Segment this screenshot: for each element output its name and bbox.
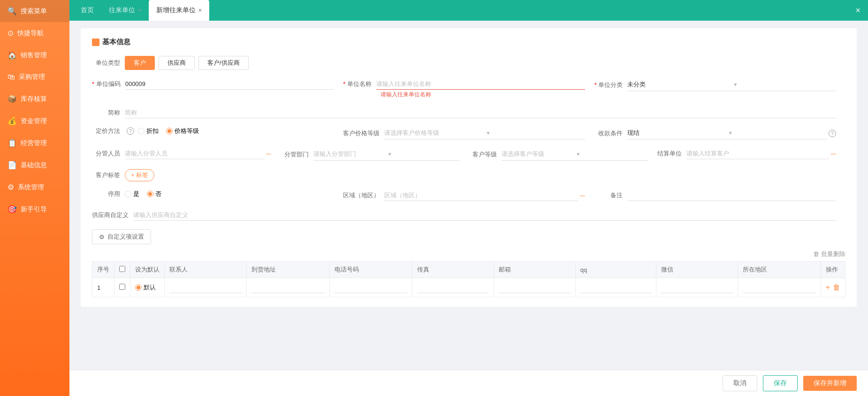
custom-settings-button[interactable]: ⚙ 自定义项设置 — [92, 229, 151, 244]
sidebar-item-label: 经营管理 — [21, 139, 47, 148]
fax-input[interactable] — [417, 282, 489, 293]
col-address: 到货地址 — [247, 262, 330, 278]
row-email[interactable] — [494, 278, 576, 297]
phone-input[interactable] — [335, 282, 408, 293]
nav-icon: ⊙ — [8, 29, 14, 38]
dept-arrow-icon: ▼ — [387, 151, 459, 157]
row-default-radio[interactable]: 默认 — [135, 283, 160, 292]
disabled-no[interactable]: 否 — [147, 190, 161, 198]
tab-home[interactable]: 首页 — [73, 0, 101, 21]
row-check — [114, 278, 130, 297]
sidebar-item-quick-nav[interactable]: ⊙ 快捷导航 — [0, 22, 69, 44]
disabled-radio-group: 是 否 — [125, 190, 161, 198]
tag-field: 客户标签 + 标签 — [92, 169, 845, 181]
sidebar-item-inventory[interactable]: 📦 库存核算 — [0, 88, 69, 110]
col-check — [114, 262, 130, 278]
trash-icon: 🗑 — [813, 250, 819, 257]
unit-info-row: 单位编码 单位名称 请输入往来单位名称 单位分类 未分类 ▼ — [92, 78, 845, 99]
yes-label: 是 — [133, 190, 139, 198]
payment-terms-select[interactable]: 现结 ▼ — [627, 127, 827, 140]
manager-input[interactable] — [125, 148, 264, 159]
pricing-radio-price-level[interactable]: 价格等级 — [166, 127, 199, 135]
customer-price-select[interactable]: 请选择客户价格等级 ▼ — [384, 127, 585, 140]
unit-category-label: 单位分类 — [594, 81, 628, 89]
tab-new-partner[interactable]: 新增往来单位 × — [149, 0, 209, 21]
settlement-unit-label: 结算单位 — [657, 149, 686, 158]
sidebar-item-sales[interactable]: 🏠 销售管理 — [0, 44, 69, 66]
remark-input[interactable] — [627, 190, 836, 201]
wechat-input[interactable] — [661, 282, 733, 293]
sidebar-item-basic[interactable]: 📄 基础信息 — [0, 154, 69, 176]
row-fax[interactable] — [412, 278, 494, 297]
save-button[interactable]: 保存 — [763, 375, 798, 391]
unit-category-arrow-icon: ▼ — [733, 82, 836, 87]
sidebar-item-purchase[interactable]: 🛍 采购管理 — [0, 66, 69, 88]
payment-hint-icon[interactable]: ? — [829, 130, 836, 137]
unit-category-select[interactable]: 未分类 ▼ — [627, 78, 836, 91]
disabled-yes[interactable]: 是 — [125, 190, 139, 198]
manager-more-icon[interactable]: ··· — [266, 150, 271, 157]
settlement-more-icon[interactable]: ··· — [831, 150, 836, 157]
row-checkbox[interactable] — [119, 284, 125, 290]
house-icon: 🏠 — [8, 51, 17, 60]
unit-type-btn-customer[interactable]: 客户 — [125, 56, 155, 70]
col-phone: 电话号码 — [329, 262, 412, 278]
tab-close-new-partner[interactable]: × — [198, 7, 202, 14]
email-input[interactable] — [499, 282, 571, 293]
row-action-group: + 🗑 — [826, 283, 840, 292]
address-input[interactable] — [251, 282, 325, 293]
pricing-hint-icon[interactable]: ? — [127, 127, 134, 135]
cancel-button[interactable]: 取消 — [723, 375, 757, 391]
customer-level-select[interactable]: 请选择客户等级 ▼ — [502, 148, 648, 161]
add-row-button[interactable]: + — [826, 283, 830, 292]
tab-close-partners[interactable]: × — [138, 7, 141, 14]
sidebar-item-label: 资金管理 — [21, 117, 47, 125]
default-radio-circle — [135, 284, 142, 291]
sidebar-item-system[interactable]: ⚙ 系统管理 — [0, 176, 69, 198]
region-more-icon[interactable]: ··· — [580, 192, 585, 199]
supplier-custom-label: 供应商自定义 — [92, 211, 133, 219]
select-all-checkbox[interactable] — [119, 266, 125, 272]
unit-code-input[interactable] — [125, 78, 334, 90]
sidebar-item-operation[interactable]: 📋 经营管理 — [0, 132, 69, 154]
sidebar-item-search[interactable]: 🔍 搜索菜单 — [0, 0, 69, 22]
unit-type-btn-supplier[interactable]: 供应商 — [159, 56, 195, 70]
settlement-unit-input[interactable] — [686, 148, 830, 159]
dept-select[interactable]: 请输入分管部门 ▼ — [313, 148, 460, 161]
row-address[interactable] — [247, 278, 330, 297]
pricing-radio-discount[interactable]: 折扣 — [138, 127, 159, 135]
save-new-button[interactable]: 保存并新增 — [803, 376, 857, 391]
qq-input[interactable] — [580, 282, 652, 293]
contact-input[interactable] — [169, 282, 242, 293]
col-qq: qq — [575, 262, 656, 278]
row-phone[interactable] — [329, 278, 412, 297]
disabled-row: 停用 是 否 区域（地区） ··· — [92, 190, 845, 201]
customer-price-field: 客户价格等级 请选择客户价格等级 ▼ — [343, 127, 594, 140]
short-name-input[interactable] — [125, 107, 836, 118]
tabbar-close-all[interactable]: × — [852, 6, 864, 16]
bulk-delete-button[interactable]: 🗑 批量删除 — [92, 250, 845, 258]
pricing-method-field: 定价方法 ? 折扣 价格等级 — [92, 127, 343, 135]
row-region[interactable] — [738, 278, 821, 297]
unit-type-btn-both[interactable]: 客户/供应商 — [198, 56, 249, 70]
row-wechat[interactable] — [656, 278, 738, 297]
default-label: 默认 — [144, 283, 156, 292]
unit-name-input[interactable] — [376, 78, 585, 90]
region-input[interactable] — [384, 190, 578, 201]
manager-row: 分管人员 ··· 分管部门 请输入分管部门 ▼ 客户等级 请选择客户等级 ▼ — [92, 148, 845, 161]
row-contact[interactable] — [165, 278, 247, 297]
sidebar-item-label: 采购管理 — [19, 73, 45, 81]
sidebar-item-finance[interactable]: 💰 资金管理 — [0, 110, 69, 132]
col-default: 设为默认 — [130, 262, 165, 278]
delete-row-button[interactable]: 🗑 — [833, 283, 840, 292]
supplier-custom-input[interactable] — [133, 210, 836, 221]
search-icon: 🔍 — [8, 7, 17, 16]
sidebar-item-guide[interactable]: 🎯 新手引导 — [0, 198, 69, 220]
row-qq[interactable] — [575, 278, 656, 297]
col-fax: 传真 — [412, 262, 494, 278]
unit-name-label: 单位名称 — [343, 80, 376, 88]
tab-partners[interactable]: 往来单位 × — [101, 0, 149, 21]
main-panel: 首页 往来单位 × 新增往来单位 × × 基本信息 单位类型 客户 — [69, 0, 868, 396]
row-region-input[interactable] — [743, 282, 816, 293]
add-tag-button[interactable]: + 标签 — [125, 169, 154, 181]
